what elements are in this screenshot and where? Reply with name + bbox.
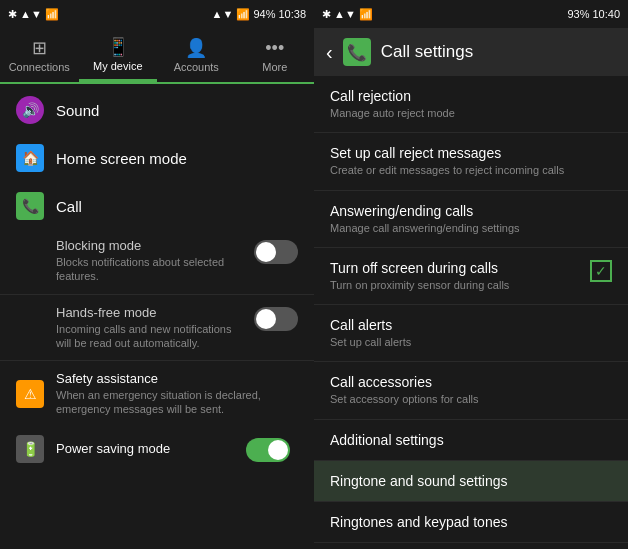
status-icons-right: ✱ ▲▼ 📶 <box>322 8 373 21</box>
status-bar-left: ✱ ▲▼ 📶 ▲▼ 📶 94% 10:38 <box>0 0 314 28</box>
left-panel: ✱ ▲▼ 📶 ▲▼ 📶 94% 10:38 ⊞ Connections 📱 My… <box>0 0 314 549</box>
ringtone-sound-title: Ringtone and sound settings <box>330 473 612 489</box>
blocking-mode-item[interactable]: Blocking mode Blocks notifications about… <box>0 228 314 295</box>
reject-messages-desc: Create or edit messages to reject incomi… <box>330 163 612 177</box>
call-settings-header: ‹ 📞 Call settings <box>314 28 628 76</box>
hands-free-content: Hands-free mode Incoming calls and new n… <box>56 305 246 351</box>
answering-ending-desc: Manage call answering/ending settings <box>330 221 612 235</box>
ringtones-keypad-item[interactable]: Ringtones and keypad tones <box>314 502 628 543</box>
tab-connections-label: Connections <box>9 61 70 73</box>
blocking-mode-title: Blocking mode <box>56 238 246 253</box>
more-icon: ••• <box>265 38 284 59</box>
tab-more-label: More <box>262 61 287 73</box>
call-accessories-item[interactable]: Call accessories Set accessory options f… <box>314 362 628 419</box>
tab-more[interactable]: ••• More <box>236 28 315 82</box>
call-accessories-desc: Set accessory options for calls <box>330 392 612 406</box>
toggle-knob-3 <box>268 440 288 460</box>
hands-free-item[interactable]: Hands-free mode Incoming calls and new n… <box>0 295 314 362</box>
call-rejection-title: Call rejection <box>330 88 612 104</box>
ringtones-keypad-title: Ringtones and keypad tones <box>330 514 612 530</box>
call-alerts-content: Call alerts Set up call alerts <box>330 317 612 349</box>
status-time-right: 93% 10:40 <box>567 8 620 20</box>
right-panel: ✱ ▲▼ 📶 93% 10:40 ‹ 📞 Call settings Call … <box>314 0 628 549</box>
turn-off-screen-content: Turn off screen during calls Turn on pro… <box>330 260 582 292</box>
status-bar-right: ✱ ▲▼ 📶 93% 10:40 <box>314 0 628 28</box>
turn-off-screen-item[interactable]: Turn off screen during calls Turn on pro… <box>314 248 628 305</box>
safety-content: Safety assistance When an emergency situ… <box>56 371 298 417</box>
additional-settings-content: Additional settings <box>330 432 612 448</box>
header-call-icon: 📞 <box>343 38 371 66</box>
call-rejection-desc: Manage auto reject mode <box>330 106 612 120</box>
bluetooth-icon-right: ✱ <box>322 8 331 21</box>
call-title: Call <box>56 198 82 215</box>
tab-bar: ⊞ Connections 📱 My device 👤 Accounts •••… <box>0 28 314 84</box>
call-alerts-title: Call alerts <box>330 317 612 333</box>
battery-left: ▲▼ 📶 94% <box>212 8 276 21</box>
tab-accounts[interactable]: 👤 Accounts <box>157 28 236 82</box>
ringtones-keypad-content: Ringtones and keypad tones <box>330 514 612 530</box>
home-icon: 🏠 <box>16 144 44 172</box>
safety-title: Safety assistance <box>56 371 298 386</box>
power-title: Power saving mode <box>56 441 170 456</box>
home-title: Home screen mode <box>56 150 187 167</box>
ringtone-sound-item[interactable]: Ringtone and sound settings <box>314 461 628 502</box>
status-right: ▲▼ 📶 94% 10:38 <box>212 8 306 21</box>
sound-title: Sound <box>56 102 99 119</box>
call-icon: 📞 <box>16 192 44 220</box>
tab-connections[interactable]: ⊞ Connections <box>0 28 79 82</box>
toggle-knob <box>256 242 276 262</box>
blocking-mode-desc: Blocks notifications about selected feat… <box>56 255 246 284</box>
answering-ending-content: Answering/ending calls Manage call answe… <box>330 203 612 235</box>
hands-free-toggle[interactable] <box>254 307 298 331</box>
power-icon: 🔋 <box>16 435 44 463</box>
signal-icons-right: ▲▼ 📶 <box>334 8 373 21</box>
connections-icon: ⊞ <box>32 37 47 59</box>
accounts-icon: 👤 <box>185 37 207 59</box>
additional-settings-item[interactable]: Additional settings <box>314 420 628 461</box>
call-alerts-desc: Set up call alerts <box>330 335 612 349</box>
settings-list: 🔊 Sound 🏠 Home screen mode 📞 Call Blocki… <box>0 84 314 549</box>
power-saving-section[interactable]: 🔋 Power saving mode <box>0 425 314 471</box>
header-title: Call settings <box>381 42 474 62</box>
call-rejection-content: Call rejection Manage auto reject mode <box>330 88 612 120</box>
call-accessories-title: Call accessories <box>330 374 612 390</box>
hands-free-title: Hands-free mode <box>56 305 246 320</box>
blocking-mode-toggle[interactable] <box>254 240 298 264</box>
reject-messages-item[interactable]: Set up call reject messages Create or ed… <box>314 133 628 190</box>
tab-accounts-label: Accounts <box>174 61 219 73</box>
bluetooth-icon: ✱ <box>8 8 17 21</box>
home-screen-section[interactable]: 🏠 Home screen mode <box>0 132 314 180</box>
hands-free-desc: Incoming calls and new notifications wil… <box>56 322 246 351</box>
call-alerts-item[interactable]: Call alerts Set up call alerts <box>314 305 628 362</box>
status-icons-left: ✱ ▲▼ 📶 <box>8 8 59 21</box>
my-device-icon: 📱 <box>107 36 129 58</box>
reject-messages-content: Set up call reject messages Create or ed… <box>330 145 612 177</box>
time-right: 10:40 <box>592 8 620 20</box>
ringtone-sound-content: Ringtone and sound settings <box>330 473 612 489</box>
turn-off-screen-title: Turn off screen during calls <box>330 260 582 276</box>
safety-icon: ⚠ <box>16 380 44 408</box>
tab-my-device[interactable]: 📱 My device <box>79 28 158 82</box>
battery-right: 93% <box>567 8 589 20</box>
tab-my-device-label: My device <box>93 60 143 72</box>
signal-icons: ▲▼ 📶 <box>20 8 59 21</box>
safety-section[interactable]: ⚠ Safety assistance When an emergency si… <box>0 361 314 425</box>
back-button[interactable]: ‹ <box>326 41 333 64</box>
additional-settings-title: Additional settings <box>330 432 612 448</box>
answering-ending-title: Answering/ending calls <box>330 203 612 219</box>
safety-desc: When an emergency situation is declared,… <box>56 388 298 417</box>
reject-messages-title: Set up call reject messages <box>330 145 612 161</box>
call-settings-list: Call rejection Manage auto reject mode S… <box>314 76 628 549</box>
time-left: 10:38 <box>278 8 306 20</box>
power-saving-toggle[interactable] <box>246 438 290 462</box>
call-rejection-item[interactable]: Call rejection Manage auto reject mode <box>314 76 628 133</box>
turn-off-screen-desc: Turn on proximity sensor during calls <box>330 278 582 292</box>
sound-section[interactable]: 🔊 Sound <box>0 84 314 132</box>
sound-icon: 🔊 <box>16 96 44 124</box>
call-accessories-content: Call accessories Set accessory options f… <box>330 374 612 406</box>
answering-ending-item[interactable]: Answering/ending calls Manage call answe… <box>314 191 628 248</box>
turn-off-screen-check: ✓ <box>590 260 612 282</box>
toggle-knob-2 <box>256 309 276 329</box>
blocking-mode-content: Blocking mode Blocks notifications about… <box>56 238 246 284</box>
call-section[interactable]: 📞 Call <box>0 180 314 228</box>
